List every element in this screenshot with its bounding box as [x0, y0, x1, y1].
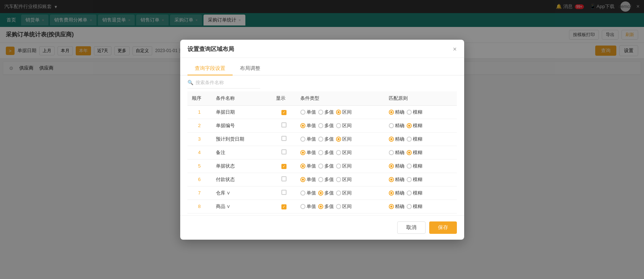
dialog: 设置查询区域布局 × 查询字段设置 布局调整 🔍 顺序 — [180, 40, 464, 78]
dialog-tab-query-fields[interactable]: 查询字段设置 — [187, 62, 233, 75]
dialog-tab-layout[interactable]: 布局调整 — [233, 62, 268, 75]
dialog-header: 设置查询区域布局 × — [180, 40, 464, 58]
dialog-tab-bar: 查询字段设置 布局调整 — [180, 58, 464, 75]
dialog-close-btn[interactable]: × — [453, 46, 457, 52]
modal-overlay: 设置查询区域布局 × 查询字段设置 布局调整 🔍 顺序 — [0, 0, 644, 78]
dialog-title: 设置查询区域布局 — [187, 46, 234, 53]
dialog-search-area: 🔍 — [180, 75, 464, 78]
